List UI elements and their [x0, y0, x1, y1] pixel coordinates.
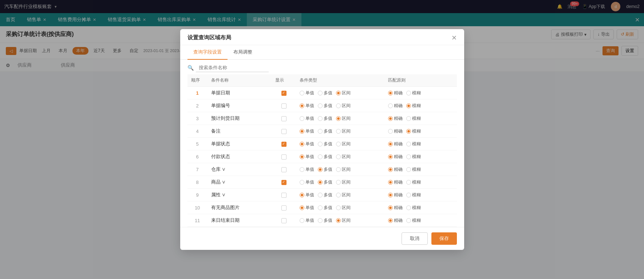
modal-header: 设置查询区域布局 ✕ [180, 29, 464, 45]
search-input[interactable] [196, 63, 269, 72]
settings-modal: 设置查询区域布局 ✕ 查询字段设置 布局调整 🔍 顺序 条件名称 [180, 29, 464, 72]
modal-close-button[interactable]: ✕ [451, 35, 457, 41]
tab-query-fields[interactable]: 查询字段设置 [187, 45, 228, 60]
modal-title: 设置查询区域布局 [187, 34, 231, 41]
modal-tabs: 查询字段设置 布局调整 [180, 45, 464, 60]
modal-overlay: 设置查询区域布局 ✕ 查询字段设置 布局调整 🔍 顺序 条件名称 [0, 0, 644, 72]
tab-layout-adjust[interactable]: 布局调整 [228, 45, 258, 60]
search-icon: 🔍 [187, 65, 194, 71]
modal-search-bar: 🔍 [180, 60, 464, 72]
